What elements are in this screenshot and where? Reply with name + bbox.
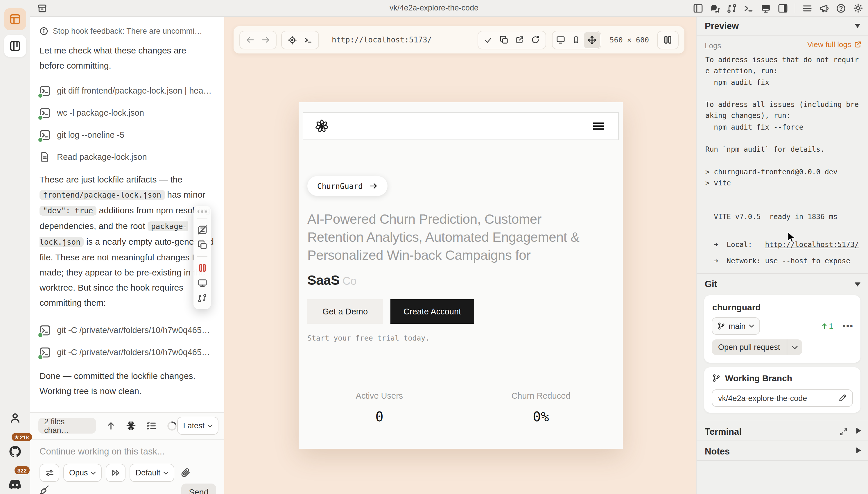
github-icon [9, 445, 21, 458]
git-compare-icon[interactable] [198, 290, 207, 305]
resize-move-button[interactable] [584, 32, 600, 48]
checklist-icon[interactable] [146, 421, 156, 431]
notes-section-header[interactable]: Notes [705, 446, 730, 457]
push-up-icon[interactable] [106, 421, 116, 430]
broom-icon[interactable] [40, 485, 50, 494]
hero-heading-line: Personalized Win-back Campaigns for [307, 246, 530, 264]
inline-code: "dev": true [40, 206, 96, 216]
more-options-icon[interactable]: ••• [843, 323, 853, 329]
help-icon[interactable] [836, 3, 846, 13]
sidebar-item-board[interactable] [4, 35, 26, 57]
terminal-section-header[interactable]: Terminal [705, 426, 742, 437]
monitor-icon[interactable] [197, 275, 207, 290]
send-button[interactable]: Send [181, 483, 216, 494]
model-dropdown[interactable]: Opus [63, 464, 102, 482]
layout-icon [9, 13, 21, 25]
expand-triangle-icon[interactable] [856, 428, 861, 434]
inspect-target-button[interactable] [284, 31, 300, 49]
title-bar: vk/4e2a-explore-the-code [0, 0, 868, 17]
working-branch-title: Working Branch [725, 373, 792, 383]
sidebar-item-github[interactable] [4, 440, 26, 463]
monitor-filled-icon[interactable] [761, 3, 771, 13]
tool-call-row[interactable]: git -C /private/var/folders/10/h7w0q465… [40, 323, 210, 337]
collapse-triangle-icon[interactable] [855, 282, 861, 286]
preview-section-header[interactable]: Preview [705, 21, 739, 31]
copy-icon[interactable] [197, 238, 207, 252]
back-button[interactable] [242, 31, 258, 49]
get-demo-button[interactable]: Get a Demo [307, 299, 383, 324]
working-branch-card: Working Branch vk/4e2a-explore-the-code [704, 367, 861, 413]
drag-handle-icon[interactable] [198, 210, 207, 212]
terminal-tool-icon [40, 129, 51, 140]
tool-call-row[interactable]: git diff frontend/package-lock.json | he… [40, 84, 212, 98]
open-external-icon[interactable] [512, 31, 528, 49]
desktop-view-button[interactable] [553, 31, 569, 49]
copy-icon[interactable] [496, 31, 512, 49]
sidebar-item-workspace-active[interactable] [4, 8, 26, 30]
sidebar-item-account[interactable] [4, 407, 26, 429]
brand-pill[interactable]: ChurnGuard [307, 176, 388, 196]
chat-input[interactable]: Continue working on this task... [40, 446, 165, 457]
pause-preview-button-active[interactable] [198, 260, 206, 275]
console-button[interactable] [300, 31, 316, 49]
latest-dropdown[interactable]: Latest [177, 417, 218, 435]
external-link-icon [854, 41, 862, 48]
mode-dropdown[interactable]: Default [130, 464, 175, 482]
pr-options-button[interactable] [787, 339, 802, 355]
working-branch-field[interactable]: vk/4e2a-explore-the-code [712, 390, 853, 407]
commits-ahead[interactable]: 1 [821, 322, 833, 330]
fast-forward-button[interactable] [106, 464, 126, 482]
expand-icon[interactable] [840, 428, 848, 436]
branch-dropdown[interactable]: main [712, 317, 760, 335]
sidebar-item-discord[interactable] [4, 473, 26, 494]
sparkle-icon[interactable] [126, 421, 136, 431]
tool-call-row[interactable]: git log --oneline -5 [40, 128, 124, 142]
arrow-up-icon [821, 322, 828, 330]
mobile-view-button[interactable] [569, 31, 584, 49]
settings-sliders-button[interactable] [40, 464, 59, 482]
log-local-line: ➜ Local: http://localhost:5173/ [705, 241, 859, 249]
git-compare-icon[interactable] [727, 3, 737, 13]
url-input[interactable]: http://localhost:5173/ [332, 35, 432, 44]
app-window: vk/4e2a-explore-the-code ★21k [0, 0, 868, 494]
split-columns-button[interactable] [660, 31, 676, 49]
create-account-button[interactable]: Create Account [390, 299, 474, 324]
brand-name: ChurnGuard [317, 182, 363, 190]
expand-triangle-icon[interactable] [856, 448, 861, 453]
assistant-paragraph: These are just lockfile artifacts — the … [40, 172, 216, 310]
terminal-prompt-icon[interactable] [744, 3, 753, 13]
read-file-row[interactable]: Read package-lock.json [40, 150, 147, 164]
flower-logo-icon[interactable] [315, 119, 329, 133]
terminal-tool-icon [40, 85, 51, 96]
stop-hook-notice[interactable]: Stop hook feedback: There are uncommi… [40, 27, 218, 35]
attach-button[interactable] [181, 468, 191, 478]
tool-call-row[interactable]: wc -l package-lock.json [40, 106, 144, 120]
open-pr-button[interactable]: Open pull request [712, 339, 786, 355]
tool-call-row[interactable]: git -C /private/var/folders/10/h7w0q465… [40, 345, 210, 359]
git-section-header[interactable]: Git [705, 279, 717, 289]
zap-frame-icon[interactable] [197, 222, 207, 238]
hero-heading-line: SaaS Co [307, 271, 356, 290]
page-menu-icon[interactable] [593, 122, 604, 130]
local-url-link[interactable]: http://localhost:5173/ [765, 241, 859, 249]
megaphone-icon[interactable] [819, 3, 829, 13]
menu-icon[interactable] [802, 3, 812, 13]
window-title: vk/4e2a-explore-the-code [390, 3, 478, 12]
chat-bubbles-icon[interactable] [710, 3, 720, 13]
forward-button[interactable] [258, 31, 274, 49]
panel-left-icon[interactable] [693, 3, 703, 13]
files-changed-chip[interactable]: 2 files chan… [38, 418, 96, 434]
branch-icon [712, 374, 721, 382]
view-full-logs-link[interactable]: View full logs [807, 40, 862, 49]
page-actions-group [478, 31, 547, 49]
logs-label: Logs [705, 41, 721, 50]
gear-icon[interactable] [853, 3, 863, 13]
reload-icon[interactable] [528, 31, 544, 49]
arrow-right-icon [370, 183, 378, 189]
chevron-down-icon [749, 324, 754, 328]
collapse-triangle-icon[interactable] [855, 24, 861, 28]
panel-right-filled-icon[interactable] [778, 3, 788, 13]
check-icon[interactable] [481, 31, 496, 49]
layout-group [657, 31, 678, 49]
archive-icon[interactable] [37, 3, 47, 13]
